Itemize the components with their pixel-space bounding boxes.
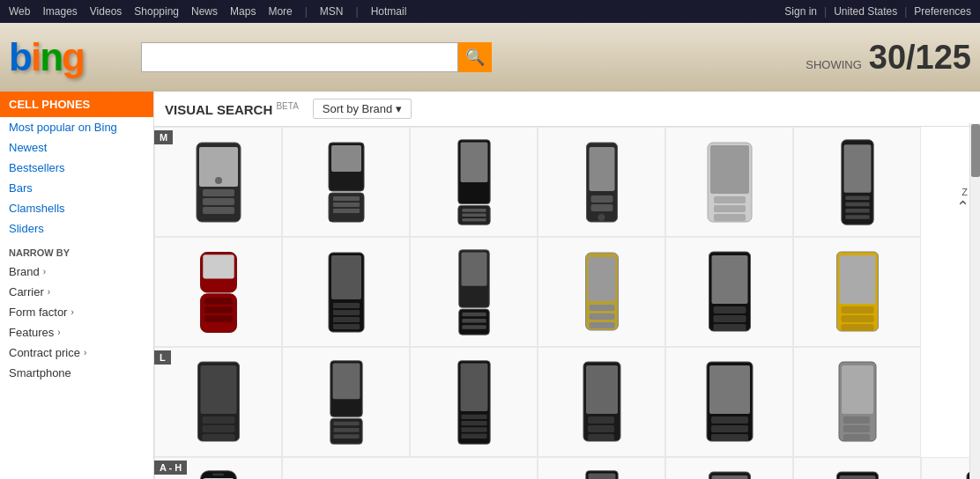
nav-videos[interactable]: Videos (90, 5, 122, 18)
narrow-contract-price[interactable]: Contract price › (0, 343, 153, 363)
sidebar-sliders[interactable]: Sliders (0, 218, 153, 239)
phone-image (827, 468, 888, 480)
phone-cell[interactable] (410, 127, 538, 237)
phone-cell[interactable] (282, 457, 538, 479)
svg-rect-21 (590, 204, 612, 211)
phone-image (443, 358, 505, 446)
svg-rect-20 (590, 195, 612, 203)
nav-images[interactable]: Images (42, 5, 77, 18)
svg-rect-98 (843, 434, 870, 441)
phone-cell[interactable] (793, 457, 921, 479)
phone-cell[interactable] (538, 237, 665, 347)
phone-cell[interactable] (793, 347, 921, 457)
phone-cell[interactable] (665, 347, 793, 457)
svg-rect-121 (711, 475, 747, 480)
phone-cell[interactable] (793, 237, 921, 347)
phone-image (699, 138, 761, 226)
nav-sep3: | (824, 5, 827, 18)
svg-rect-95 (842, 365, 873, 414)
nav-signin[interactable]: Sign in (784, 5, 817, 18)
nav-country[interactable]: United States (834, 5, 897, 18)
phone-cell[interactable] (665, 127, 793, 237)
svg-rect-44 (333, 317, 360, 322)
phone-cell[interactable] (282, 237, 410, 347)
contract-price-arrow: › (84, 348, 86, 357)
svg-rect-96 (843, 416, 870, 424)
svg-rect-32 (845, 209, 869, 213)
svg-rect-102 (212, 473, 224, 475)
sidebar-newest[interactable]: Newest (0, 137, 153, 158)
phone-cell[interactable] (538, 347, 665, 457)
search-button[interactable]: 🔍 (458, 42, 492, 72)
nav-more[interactable]: More (268, 5, 292, 18)
narrow-features[interactable]: Features › (0, 322, 153, 343)
sidebar-popular[interactable]: Most popular on Bing (0, 117, 153, 137)
scroll-up-button[interactable]: ⌃ (956, 197, 969, 217)
sort-arrow-icon: ▾ (396, 102, 402, 115)
nav-msn[interactable]: MSN (320, 5, 344, 18)
svg-rect-65 (841, 315, 873, 322)
nav-shopping[interactable]: Shopping (134, 5, 179, 18)
svg-rect-140 (839, 475, 875, 480)
top-navigation: Web Images Videos Shopping News Maps Mor… (0, 0, 980, 23)
narrow-brand[interactable]: Brand › (0, 262, 153, 282)
svg-rect-7 (331, 145, 361, 172)
phone-cell[interactable] (154, 347, 282, 457)
phone-cell[interactable] (154, 237, 282, 347)
narrow-form-factor[interactable]: Form factor › (0, 302, 153, 322)
sidebar-bestsellers[interactable]: Bestsellers (0, 158, 153, 178)
beta-label: BETA (276, 101, 298, 111)
search-input[interactable] (141, 42, 458, 72)
narrow-smartphone[interactable]: Smartphone (0, 363, 153, 383)
svg-rect-79 (460, 363, 487, 411)
phone-cell[interactable] (538, 127, 665, 237)
scroll-z-label: Z (961, 187, 968, 197)
svg-rect-27 (714, 214, 746, 221)
phone-cell[interactable] (282, 347, 410, 457)
svg-rect-97 (843, 425, 870, 432)
nav-preferences[interactable]: Preferences (914, 5, 971, 18)
svg-rect-92 (711, 425, 748, 432)
form-factor-arrow: › (71, 307, 73, 317)
sidebar-clamshells[interactable]: Clamshells (0, 198, 153, 218)
svg-rect-19 (589, 147, 614, 191)
brand-arrow: › (43, 267, 46, 276)
scrollbar-thumb[interactable] (971, 124, 980, 177)
svg-rect-81 (461, 420, 486, 424)
content-area: VISUAL SEARCH BETA Sort by Brand ▾ Z ⌃ M (154, 92, 980, 479)
nav-web[interactable]: Web (9, 5, 30, 18)
svg-rect-64 (841, 306, 873, 313)
phone-image (188, 138, 249, 226)
phone-image (827, 358, 888, 446)
svg-rect-15 (462, 209, 486, 212)
sidebar: CELL PHONES Most popular on Bing Newest … (0, 92, 154, 479)
phone-cell[interactable] (282, 127, 410, 237)
header: bing 🔍 SHOWING 30/125 (0, 23, 980, 92)
phone-cell[interactable] (154, 127, 282, 237)
svg-rect-2 (203, 189, 234, 196)
svg-rect-70 (202, 425, 234, 432)
nav-news[interactable]: News (191, 5, 218, 18)
phone-cell[interactable] (538, 457, 665, 479)
sidebar-bars[interactable]: Bars (0, 178, 153, 198)
sort-button[interactable]: Sort by Brand ▾ (313, 99, 412, 119)
phone-cell[interactable] (410, 237, 538, 347)
svg-rect-3 (203, 198, 234, 205)
showing-label: SHOWING (806, 58, 862, 71)
svg-rect-50 (462, 319, 486, 323)
right-scrollbar[interactable] (969, 123, 980, 479)
svg-rect-93 (711, 434, 748, 441)
svg-rect-43 (333, 310, 360, 315)
svg-rect-88 (588, 434, 614, 441)
nav-hotmail[interactable]: Hotmail (371, 5, 407, 18)
svg-rect-59 (713, 306, 746, 313)
narrow-carrier[interactable]: Carrier › (0, 282, 153, 302)
svg-rect-75 (333, 421, 359, 425)
svg-rect-31 (845, 202, 869, 206)
svg-rect-63 (839, 255, 875, 304)
phone-cell[interactable] (665, 237, 793, 347)
phone-cell[interactable] (410, 347, 538, 457)
phone-cell[interactable] (793, 127, 921, 237)
nav-maps[interactable]: Maps (230, 5, 256, 18)
phone-cell[interactable] (665, 457, 793, 479)
